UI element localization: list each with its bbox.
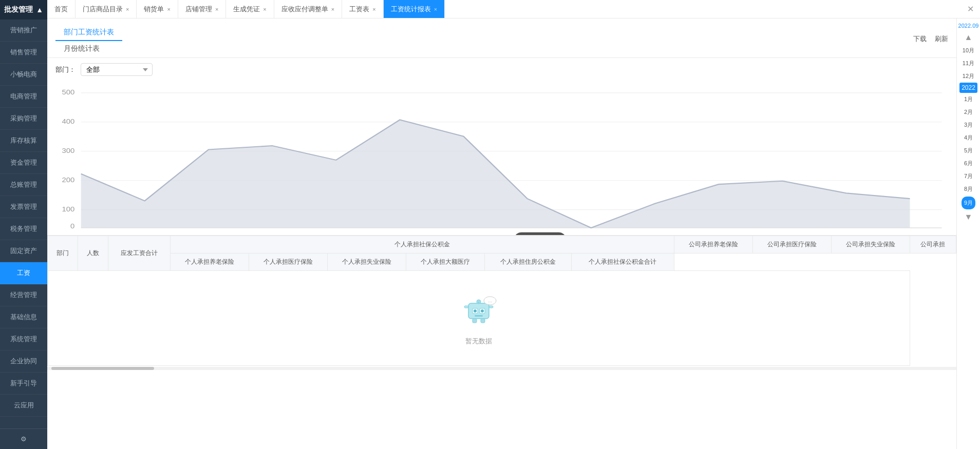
scrollbar-track[interactable] [47, 367, 956, 370]
timeline-panel: 2022.09 ▲ 10月11月12月20221月2月3月4月5月6月7月8月9… [956, 18, 980, 449]
tab-item-3[interactable]: 店铺管理× [178, 0, 226, 18]
sidebar-item-1[interactable]: 销售管理 [0, 42, 47, 64]
th-personal-medical: 个人承担医疗保险 [249, 253, 328, 271]
tab-bar: 首页门店商品目录×销货单×店铺管理×生成凭证×应收应付调整单×工资表×工资统计报… [47, 0, 980, 18]
timeline-month-4[interactable]: 1月 [959, 93, 977, 106]
timeline-month-7[interactable]: 4月 [959, 131, 977, 144]
timeline-month-1[interactable]: 11月 [959, 57, 977, 70]
sidebar-item-13[interactable]: 基础信息 [0, 306, 47, 328]
sub-tab-1[interactable]: 月份统计表 [55, 41, 122, 57]
sidebar-item-15[interactable]: 企业协同 [0, 350, 47, 373]
sidebar-item-5[interactable]: 库存核算 [0, 130, 47, 152]
empty-cell: ... 暂无数据 [48, 271, 910, 366]
th-dept: 部门 [48, 236, 78, 271]
toolbar-left: 部门： 全部 [55, 63, 153, 76]
timeline-month-10[interactable]: 7月 [959, 170, 977, 183]
empty-text: 暂无数据 [465, 337, 492, 346]
sidebar-item-7[interactable]: 总账管理 [0, 174, 47, 196]
svg-text:...: ... [488, 298, 492, 303]
timeline-current-date[interactable]: 2022.09 [957, 21, 980, 31]
sidebar-item-16[interactable]: 新手引导 [0, 373, 47, 395]
timeline-month-0[interactable]: 10月 [959, 44, 977, 57]
sidebar-item-8[interactable]: 发票管理 [0, 196, 47, 218]
sidebar-item-10[interactable]: 固定资产 [0, 240, 47, 262]
timeline-month-11[interactable]: 8月 [959, 183, 977, 196]
th-count: 人数 [78, 236, 108, 271]
data-table: 部门 人数 应发工资合计 个人承担社保公积金 公司承担养老保险 公司承担医疗保险… [47, 236, 956, 366]
sub-tabs: 部门工资统计表月份统计表 下载 刷新 [47, 18, 956, 58]
page-wrapper: 部门工资统计表月份统计表 下载 刷新 部门： 全部 [47, 18, 980, 449]
timeline-nav-down[interactable]: ▼ [963, 210, 975, 224]
tab-item-0[interactable]: 首页 [47, 0, 76, 18]
tab-item-7[interactable]: 工资统计报表× [384, 0, 445, 18]
svg-text:400: 400 [62, 118, 74, 125]
svg-rect-26 [481, 319, 485, 323]
sidebar-item-2[interactable]: 小畅电商 [0, 64, 47, 86]
timeline-month-9[interactable]: 6月 [959, 157, 977, 170]
tab-item-1[interactable]: 门店商品目录× [76, 0, 137, 18]
scrollbar-thumb[interactable] [51, 367, 154, 370]
tab-close-7[interactable]: × [434, 6, 437, 12]
th-personal-total: 个人承担社保公积金合计 [571, 253, 674, 271]
svg-point-19 [481, 309, 484, 313]
tab-close-5[interactable]: × [331, 6, 334, 12]
download-button[interactable]: 下载 [913, 34, 927, 44]
timeline-month-2[interactable]: 12月 [959, 70, 977, 83]
tab-close-3[interactable]: × [215, 6, 218, 12]
refresh-button[interactable]: 刷新 [935, 34, 948, 44]
tab-close-1[interactable]: × [126, 6, 129, 12]
sidebar-item-6[interactable]: 资金管理 [0, 152, 47, 174]
sidebar-item-11[interactable]: 工资 [0, 262, 47, 284]
svg-text:300: 300 [62, 147, 74, 154]
tab-close-2[interactable]: × [167, 6, 170, 12]
sidebar-item-12[interactable]: 经营管理 [0, 284, 47, 306]
svg-rect-24 [489, 306, 493, 308]
sidebar-item-14[interactable]: 系统管理 [0, 328, 47, 350]
sidebar-item-3[interactable]: 电商管理 [0, 86, 47, 108]
timeline-month-12[interactable]: 9月 [962, 197, 975, 209]
chart-svg: 500 400 300 200 100 0 [55, 86, 948, 235]
svg-rect-23 [464, 306, 468, 308]
sidebar-settings[interactable]: ⚙ [0, 428, 47, 449]
tab-item-2[interactable]: 销货单× [137, 0, 178, 18]
svg-marker-12 [81, 120, 910, 228]
sidebar-header[interactable]: 批发管理 ▲ [0, 0, 47, 19]
timeline-nav-up[interactable]: ▲ [963, 31, 975, 44]
tab-item-5[interactable]: 应收应付调整单× [274, 0, 342, 18]
tab-item-4[interactable]: 生成凭证× [226, 0, 274, 18]
sidebar-toggle-icon: ▲ [36, 6, 43, 14]
tab-item-6[interactable]: 工资表× [342, 0, 383, 18]
tab-bar-close-button[interactable]: ✕ [961, 4, 980, 14]
chart-container: 500 400 300 200 100 0 [47, 81, 956, 235]
th-company-old: 公司承担养老保险 [674, 236, 752, 253]
timeline-month-8[interactable]: 5月 [959, 144, 977, 157]
sidebar-item-4[interactable]: 采购管理 [0, 108, 47, 130]
sidebar-item-9[interactable]: 税务管理 [0, 218, 47, 240]
sidebar-item-17[interactable]: 云应用 [0, 395, 47, 417]
svg-rect-25 [473, 319, 477, 323]
toolbar-right-actions: 下载 刷新 [913, 34, 948, 48]
sub-tab-items: 部门工资统计表月份统计表 [55, 25, 126, 57]
dept-select[interactable]: 全部 [81, 63, 153, 76]
sidebar-item-0[interactable]: 营销推广 [0, 19, 47, 42]
main-content: 首页门店商品目录×销货单×店铺管理×生成凭证×应收应付调整单×工资表×工资统计报… [47, 0, 980, 449]
th-total-wage: 应发工资合计 [108, 236, 171, 271]
svg-text:暂无数据: 暂无数据 [525, 235, 556, 235]
sub-tab-0[interactable]: 部门工资统计表 [55, 25, 122, 41]
th-personal-insurance: 个人承担社保公积金 [171, 236, 674, 253]
timeline-month-6[interactable]: 3月 [959, 119, 977, 131]
empty-robot-icon: ... [458, 290, 499, 331]
svg-text:500: 500 [62, 88, 74, 96]
th-personal-unemployment: 个人承担失业保险 [328, 253, 406, 271]
timeline-months: 10月11月12月20221月2月3月4月5月6月7月8月9月 [959, 44, 977, 210]
timeline-month-5[interactable]: 2月 [959, 106, 977, 119]
table-container[interactable]: 部门 人数 应发工资合计 个人承担社保公积金 公司承担养老保险 公司承担医疗保险… [47, 235, 956, 449]
sidebar: 批发管理 ▲ 营销推广销售管理小畅电商电商管理采购管理库存核算资金管理总账管理发… [0, 0, 47, 449]
dept-label: 部门： [55, 65, 76, 74]
empty-area: ... 暂无数据 [53, 275, 904, 361]
svg-point-18 [474, 309, 477, 313]
tab-close-6[interactable]: × [372, 6, 375, 12]
th-company-unemployment: 公司承担失业保险 [831, 236, 910, 253]
timeline-month-3[interactable]: 2022 [959, 83, 977, 93]
tab-close-4[interactable]: × [263, 6, 266, 12]
